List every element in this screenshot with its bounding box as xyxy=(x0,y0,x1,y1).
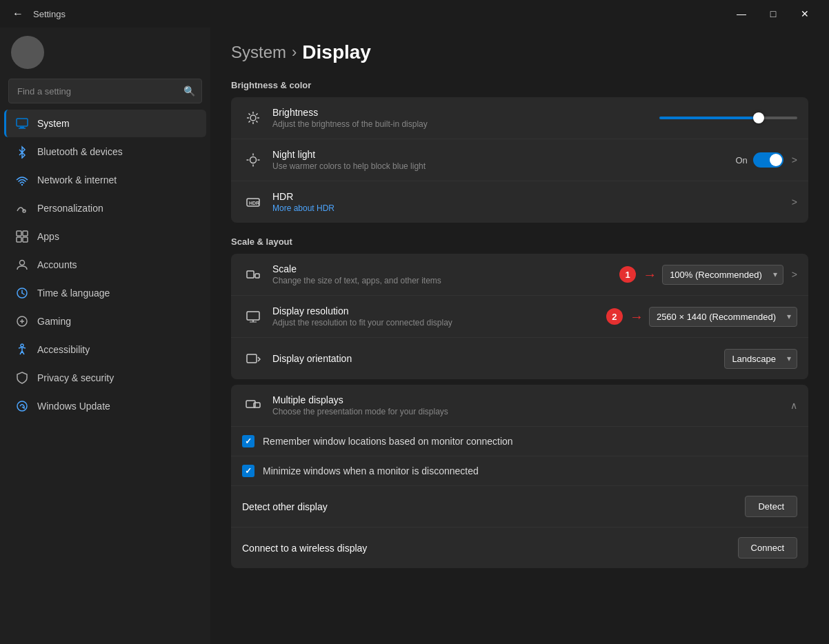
night-light-title: Night light xyxy=(272,149,735,160)
svg-point-14 xyxy=(21,344,23,347)
remember-window-label: Remember window locations based on monit… xyxy=(263,436,513,447)
night-light-icon xyxy=(242,149,264,171)
personalization-icon xyxy=(15,201,29,215)
orientation-text: Display orientation xyxy=(272,353,724,364)
minimize-windows-checkbox[interactable] xyxy=(242,465,254,477)
sidebar-label-privacy: Privacy & security xyxy=(37,372,114,383)
svg-rect-32 xyxy=(247,271,254,278)
scale-subtitle: Change the size of text, apps, and other… xyxy=(272,276,619,285)
connect-display-row: Connect to a wireless display Connect xyxy=(231,527,808,568)
resolution-title: Display resolution xyxy=(272,305,606,316)
sidebar-label-gaming: Gaming xyxy=(37,316,71,327)
multiple-displays-header-row[interactable]: Multiple displays Choose the presentatio… xyxy=(231,385,808,427)
scale-title: Scale xyxy=(272,263,619,274)
back-button[interactable]: ← xyxy=(8,4,28,23)
sidebar-item-system[interactable]: System xyxy=(4,110,206,137)
multiple-displays-icon xyxy=(242,394,264,416)
sidebar-item-network[interactable]: Network & internet xyxy=(4,166,206,194)
minimize-windows-row: Minimize windows when a monitor is disco… xyxy=(231,456,808,486)
hdr-chevron: > xyxy=(792,197,797,208)
minimize-button[interactable]: — xyxy=(726,3,757,25)
orientation-right: Landscape xyxy=(724,349,797,369)
connect-display-text: Connect to a wireless display xyxy=(242,543,738,554)
brightness-slider[interactable] xyxy=(659,117,797,119)
detect-display-text: Detect other display xyxy=(242,501,745,512)
time-icon xyxy=(15,286,29,300)
accounts-icon xyxy=(15,258,29,272)
resolution-annotation: 2 → xyxy=(606,308,643,325)
update-icon xyxy=(15,399,29,413)
svg-rect-5 xyxy=(17,231,21,236)
orientation-dropdown[interactable]: Landscape xyxy=(724,349,797,369)
svg-point-16 xyxy=(250,115,256,121)
remember-window-row: Remember window locations based on monit… xyxy=(231,427,808,456)
breadcrumb-current: Display xyxy=(302,41,371,63)
brightness-row: Brightness Adjust the brightness of the … xyxy=(231,97,808,139)
sidebar-label-bluetooth: Bluetooth & devices xyxy=(37,146,123,157)
remember-window-checkbox[interactable] xyxy=(242,435,254,447)
system-icon xyxy=(15,117,29,130)
svg-line-12 xyxy=(22,293,24,294)
search-input[interactable] xyxy=(8,79,202,103)
titlebar: ← Settings — □ ✕ xyxy=(0,0,829,28)
sidebar-item-privacy[interactable]: Privacy & security xyxy=(4,364,206,392)
hdr-row[interactable]: HDR HDR More about HDR > xyxy=(231,181,808,223)
gaming-icon xyxy=(15,314,29,328)
night-light-text: Night light Use warmer colors to help bl… xyxy=(272,149,735,171)
sidebar-label-time: Time & language xyxy=(37,288,110,299)
multiple-displays-card: Multiple displays Choose the presentatio… xyxy=(231,385,808,568)
scale-dropdown[interactable]: 100% (Recommended) xyxy=(662,265,783,285)
night-light-controls: On > xyxy=(735,152,797,168)
sidebar-item-bluetooth[interactable]: Bluetooth & devices xyxy=(4,138,206,165)
brightness-controls xyxy=(659,117,797,119)
resolution-dropdown[interactable]: 2560 × 1440 (Recommended) xyxy=(649,307,797,327)
multiple-displays-right: ∧ xyxy=(790,400,797,411)
sidebar-label-accessibility: Accessibility xyxy=(37,344,90,355)
svg-line-24 xyxy=(249,121,250,122)
sidebar-item-apps[interactable]: Apps xyxy=(4,223,206,250)
night-light-row[interactable]: Night light Use warmer colors to help bl… xyxy=(231,139,808,181)
svg-point-9 xyxy=(20,261,25,265)
resolution-row: Display resolution Adjust the resolution… xyxy=(231,296,808,338)
annotation-2: 2 xyxy=(606,308,623,325)
sidebar-item-gaming[interactable]: Gaming xyxy=(4,308,206,335)
close-button[interactable]: ✕ xyxy=(789,3,821,25)
detect-button[interactable]: Detect xyxy=(745,496,797,517)
detect-display-title: Detect other display xyxy=(242,501,745,512)
sidebar-item-accessibility[interactable]: Accessibility xyxy=(4,336,206,363)
brightness-text: Brightness Adjust the brightness of the … xyxy=(272,107,659,129)
brightness-title: Brightness xyxy=(272,107,659,118)
svg-line-22 xyxy=(256,121,257,122)
svg-rect-6 xyxy=(23,231,28,236)
connect-button[interactable]: Connect xyxy=(738,537,797,559)
resolution-subtitle: Adjust the resolution to fit your connec… xyxy=(272,318,606,328)
sidebar-nav: System Bluetooth & devices Network & int… xyxy=(0,109,210,421)
sidebar-item-personalization[interactable]: Personalization xyxy=(4,194,206,222)
night-light-chevron: > xyxy=(792,154,797,165)
sidebar-item-accounts[interactable]: Accounts xyxy=(4,251,206,279)
detect-right: Detect xyxy=(745,496,797,517)
hdr-link[interactable]: More about HDR xyxy=(272,203,789,213)
orientation-title: Display orientation xyxy=(272,353,724,364)
night-light-toggle[interactable] xyxy=(753,152,783,168)
sidebar-label-update: Windows Update xyxy=(37,401,110,412)
scale-text: Scale Change the size of text, apps, and… xyxy=(272,263,619,285)
sidebar: 🔍 System Bluetooth & devices xyxy=(0,28,210,644)
sidebar-item-update[interactable]: Windows Update xyxy=(4,392,206,420)
sidebar-label-network: Network & internet xyxy=(37,174,117,185)
sidebar-item-time[interactable]: Time & language xyxy=(4,279,206,307)
sidebar-label-system: System xyxy=(37,118,70,129)
svg-rect-7 xyxy=(17,237,21,242)
resolution-arrow: → xyxy=(630,309,643,325)
brightness-subtitle: Adjust the brightness of the built-in di… xyxy=(272,119,659,129)
multiple-displays-title: Multiple displays xyxy=(272,394,790,405)
brightness-section-header: Brightness & color xyxy=(231,77,808,93)
maximize-button[interactable]: □ xyxy=(757,3,789,25)
avatar xyxy=(11,36,44,69)
scale-row: Scale Change the size of text, apps, and… xyxy=(231,254,808,296)
svg-point-3 xyxy=(21,184,23,185)
collapse-icon[interactable]: ∧ xyxy=(790,400,797,411)
avatar-area xyxy=(0,28,210,76)
breadcrumb-separator: › xyxy=(292,43,297,61)
svg-point-15 xyxy=(17,401,27,411)
